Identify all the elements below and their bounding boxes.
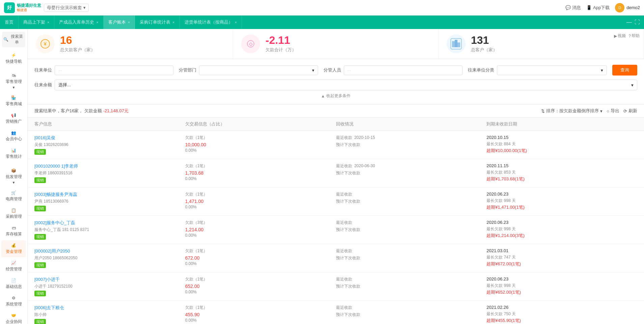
- tab-incoming-stats[interactable]: 进货单统计表（按商品） ×: [180, 16, 242, 29]
- customer-name-c0003[interactable]: [0003]畅捷服务尹海蕊: [34, 192, 185, 198]
- customer-name-c0007[interactable]: [0007]小进千: [34, 276, 185, 283]
- debt-info-cell-c000002: 欠款（1笔） 672.00 0.00%: [185, 248, 336, 266]
- tab-products-close[interactable]: ×: [47, 20, 49, 24]
- debt-pct-c00010200001: 0.00%: [185, 176, 336, 181]
- customer-name-c00010200001[interactable]: [0001020000 1]李老师: [34, 163, 185, 169]
- max-overdue-c00010200001: 最长欠款 853 天: [486, 170, 637, 175]
- sidebar-item-system[interactable]: ⚙ 系统管理: [1, 293, 26, 310]
- sidebar-item-business-mgmt[interactable]: 📈 经营管理: [1, 258, 26, 275]
- table-row: [0006]去下粮仓 陈小帅 现销 欠款（1笔） 455.90 0.00% 最近…: [28, 301, 644, 324]
- stats-header: ¥ 16 总欠款客户（家） ◇ -2.11 欠款合计（万）: [28, 29, 644, 59]
- export-icon: ○: [607, 109, 609, 114]
- collapse-button[interactable]: ▲ 收起更多条件: [34, 93, 637, 99]
- filter-row-1: 往来单位 ··· 分管部门 ▾ 分管人员 ···: [34, 65, 637, 76]
- customer-name-c0002[interactable]: [0002]服务中心_丁磊: [34, 220, 185, 226]
- debt-amount-c0002: 1,214.00: [185, 227, 336, 232]
- debt-amount-c0003: 1,471.00: [185, 199, 336, 204]
- sidebar-item-basic-info[interactable]: 📄 基础信息: [1, 275, 26, 292]
- max-overdue-c000002: 最长欠款 747 天: [486, 255, 637, 260]
- collection-latest-c0003: 最近收款: [336, 192, 487, 197]
- stat-card-debt-customers: ¥ 16 总欠款客户（家）: [28, 29, 233, 59]
- user-area[interactable]: D demo2: [615, 3, 640, 12]
- debt-amount-label: 欠款合计（万）: [265, 47, 296, 53]
- customer-sub-c000002: 用户2050 18665062050: [34, 255, 185, 261]
- dept-select[interactable]: ▾: [199, 65, 318, 75]
- tab-customer-account-close[interactable]: ×: [128, 20, 130, 24]
- sidebar-item-retail-store[interactable]: 🏪 零售商城: [1, 93, 26, 110]
- summary-bar: 搜索结果中，客户16家， 欠款金额 -21,148.07元 ⇅ 排序：按欠款金额…: [28, 105, 644, 118]
- sort-selector[interactable]: ⇅ 排序：按欠款金额倒序排序 ▾: [541, 108, 603, 114]
- overdue-link-c0007[interactable]: 超期¥652.00(1笔): [486, 289, 637, 295]
- help-btn[interactable]: ? 帮助: [628, 33, 640, 39]
- table-row: [0003]畅捷服务尹海蕊 尹燕 18513066976 现销 欠款（1笔） 1…: [28, 187, 644, 216]
- balance-placeholder: 选择...: [58, 82, 71, 88]
- overdue-link-c00010200001[interactable]: 超期¥1,703.68(1笔): [486, 176, 637, 182]
- collection-next-c0002: 预计下次收款: [336, 227, 487, 233]
- quick-nav-icon: ⚡: [11, 53, 16, 58]
- customer-name-c0016[interactable]: [0016]吴俊: [34, 135, 185, 141]
- summary-actions: ⇅ 排序：按欠款金额倒序排序 ▾ ○ 导出 ⟳ 刷新: [541, 108, 637, 114]
- maximize-icon[interactable]: ⛶: [635, 19, 640, 25]
- tab-customer-account[interactable]: 客户账本 ×: [104, 16, 135, 29]
- overdue-link-c000002[interactable]: 超期¥672.00(1笔): [486, 261, 637, 267]
- overdue-link-c0016[interactable]: 超期¥10,000.00(1笔): [486, 148, 637, 154]
- sidebar-item-retail-mgmt[interactable]: 🛍 零售管理 ▼: [1, 70, 26, 92]
- source-unit-label: 往来单位: [34, 67, 52, 73]
- filter-row-2: 往来余额 选择... ▾: [34, 80, 637, 90]
- customer-name-c000002[interactable]: [000002]用户2050: [34, 248, 185, 254]
- debt-amount-c0007: 652.00: [185, 284, 336, 289]
- tab-home[interactable]: 首页: [0, 16, 19, 29]
- sidebar-item-batch-mgmt[interactable]: 📦 批发管理 ▼: [1, 166, 26, 187]
- classification-select[interactable]: ▾: [497, 65, 607, 75]
- due-date-c0016: 2020.10.15: [486, 135, 637, 140]
- customer-info-cell: [0002]服务中心_丁磊 服务中心_丁磊 181 0125 8371 现销: [34, 220, 185, 240]
- overdue-link-c0006[interactable]: 超期¥455.90(1笔): [486, 318, 637, 324]
- tab-nav-icons: — ⛶: [626, 19, 644, 25]
- balance-select[interactable]: 选择... ▾: [55, 80, 637, 90]
- business-mgmt-icon: 📈: [11, 261, 16, 265]
- tab-production-close[interactable]: ×: [96, 20, 98, 24]
- customer-sub-c0006: 陈小帅: [34, 312, 185, 318]
- search-menu-button[interactable]: 🔍 搜索菜单: [2, 32, 25, 47]
- filter-balance: 往来余额 选择... ▾: [34, 80, 637, 90]
- sidebar-item-finance[interactable]: 💰 资金管理: [1, 240, 26, 257]
- minimize-icon[interactable]: —: [626, 19, 632, 25]
- debt-desc-c00010200001: 欠款（1笔）: [185, 163, 336, 169]
- export-button[interactable]: ○ 导出: [607, 108, 619, 114]
- sidebar-item-enterprise[interactable]: 🤝 企业协同: [1, 311, 26, 324]
- retail-stats-label: 零售统计: [6, 154, 22, 159]
- sidebar-item-marketing[interactable]: 📢 营销推广: [1, 110, 26, 127]
- tab-production[interactable]: 产成品入库单历史 ×: [54, 16, 103, 29]
- collection-next-c0016: 预计下次收款: [336, 142, 487, 148]
- store-selector[interactable]: 母婴行业演示账套 ▾: [44, 4, 89, 12]
- debt-info-cell-c0016: 欠款（1笔） 10,000.00 0.00%: [185, 135, 336, 153]
- manager-input[interactable]: ···: [344, 65, 463, 75]
- sidebar-item-quick-nav[interactable]: ⚡ 快捷导航: [1, 50, 26, 67]
- refresh-button[interactable]: ⟳ 刷新: [623, 108, 637, 114]
- chevron-down-sort-icon: ▾: [600, 109, 603, 114]
- message-button[interactable]: 💬 消息: [565, 5, 581, 11]
- app-download-button[interactable]: 📱 App下载: [586, 5, 610, 11]
- sidebar-item-retail-stats[interactable]: 📊 零售统计: [1, 145, 26, 162]
- table-row: [000002]用户2050 用户2050 18665062050 现销 欠款（…: [28, 244, 644, 272]
- customer-tag-c0016: 现销: [34, 149, 46, 155]
- sidebar-item-member-center[interactable]: 👥 会员中心: [1, 128, 26, 145]
- collection-next-c0003: 预计下次收款: [336, 199, 487, 204]
- tab-purchase-order-close[interactable]: ×: [172, 20, 174, 24]
- search-button[interactable]: 查询: [612, 65, 637, 76]
- batch-mgmt-label: 批发管理: [6, 174, 22, 180]
- tab-purchase-order[interactable]: 采购订单统计表 ×: [135, 16, 179, 29]
- overdue-link-c0003[interactable]: 超期¥1,471.00(1笔): [486, 204, 637, 210]
- customer-name-c0006[interactable]: [0006]去下粮仓: [34, 305, 185, 311]
- overdue-link-c0002[interactable]: 超期¥1,214.00(3笔): [486, 233, 637, 239]
- sidebar-item-ecommerce[interactable]: 🛒 电商管理: [1, 188, 26, 205]
- tab-products[interactable]: 商品上下架 ×: [19, 16, 54, 29]
- tab-incoming-stats-close[interactable]: ×: [235, 20, 237, 24]
- svg-text:◇: ◇: [249, 41, 253, 47]
- source-unit-input[interactable]: ···: [55, 65, 173, 75]
- sidebar-item-purchase[interactable]: 📋 采购管理: [1, 205, 26, 222]
- video-btn[interactable]: ▶ 视频: [614, 33, 626, 39]
- sidebar-item-inventory[interactable]: 🗃 库存核算: [1, 223, 26, 240]
- stat-card-total-customers: 131 总客户（家） ▶ 视频 ? 帮助: [439, 29, 644, 59]
- debt-desc-c0002: 欠款（3笔）: [185, 220, 336, 226]
